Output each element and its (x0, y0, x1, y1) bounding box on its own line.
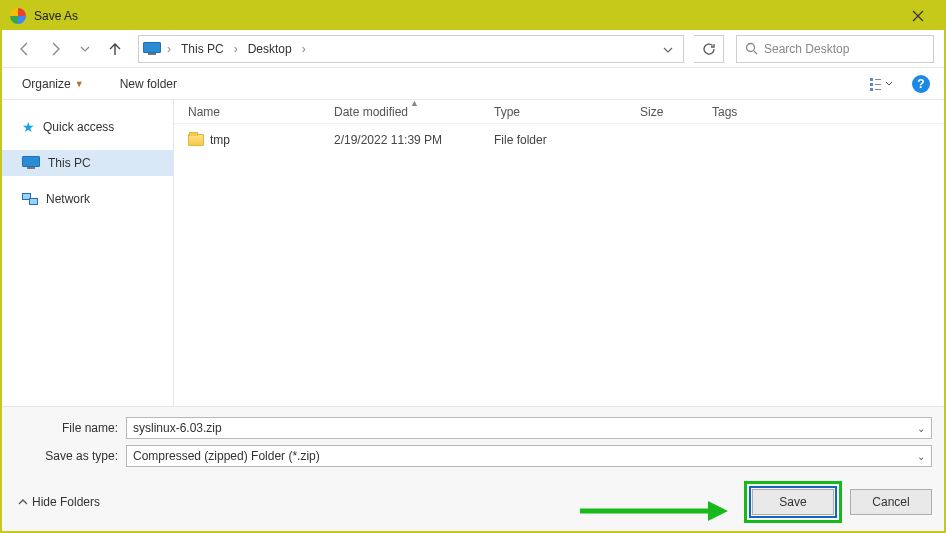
filename-input[interactable]: syslinux-6.03.zip ⌄ (126, 417, 932, 439)
chevron-down-icon (80, 46, 90, 52)
saveas-type-label: Save as type: (14, 449, 126, 463)
cancel-button[interactable]: Cancel (850, 489, 932, 515)
file-row[interactable]: tmp 2/19/2022 11:39 PM File folder (174, 128, 944, 152)
chevron-down-icon[interactable]: ⌄ (917, 451, 925, 462)
address-bar[interactable]: › This PC › Desktop › (138, 35, 684, 63)
organize-button[interactable]: Organize ▼ (16, 73, 90, 95)
sidebar: ★ Quick access This PC Network (2, 100, 174, 406)
refresh-button[interactable] (694, 35, 724, 63)
refresh-icon (702, 42, 716, 56)
view-options-button[interactable] (864, 73, 898, 95)
caret-down-icon: ▼ (75, 79, 84, 89)
folder-icon (188, 134, 204, 146)
sidebar-item-network[interactable]: Network (2, 186, 173, 212)
column-headers: ▲ Name Date modified Type Size Tags (174, 100, 944, 124)
arrow-left-icon (17, 41, 33, 57)
cancel-label: Cancel (872, 495, 909, 509)
annotation-highlight: Save (744, 481, 842, 523)
breadcrumb-root[interactable]: This PC (177, 40, 228, 58)
nav-bar: › This PC › Desktop › Search Desktop (2, 30, 944, 68)
arrow-right-icon (47, 41, 63, 57)
breadcrumb-separator: › (300, 42, 308, 56)
sort-indicator-icon: ▲ (410, 98, 419, 108)
star-icon: ★ (22, 119, 35, 135)
toolbar: Organize ▼ New folder ? (2, 68, 944, 100)
file-date: 2/19/2022 11:39 PM (334, 133, 494, 147)
chevron-up-icon (18, 497, 28, 507)
close-icon (912, 10, 924, 22)
file-list: ▲ Name Date modified Type Size Tags tmp … (174, 100, 944, 406)
new-folder-button[interactable]: New folder (114, 73, 183, 95)
up-button[interactable] (102, 36, 128, 62)
recent-button[interactable] (72, 36, 98, 62)
svg-rect-6 (875, 89, 881, 90)
help-button[interactable]: ? (912, 75, 930, 93)
chevron-down-icon (663, 47, 673, 53)
this-pc-icon (143, 42, 161, 56)
save-label: Save (779, 495, 806, 509)
column-type[interactable]: Type (494, 105, 640, 119)
sidebar-item-label: Network (46, 192, 90, 206)
breadcrumb-separator: › (232, 42, 240, 56)
search-placeholder: Search Desktop (764, 42, 849, 56)
hide-folders-toggle[interactable]: Hide Folders (14, 493, 104, 511)
chrome-icon (10, 8, 26, 24)
this-pc-icon (22, 156, 40, 170)
save-button[interactable]: Save (752, 489, 834, 515)
svg-rect-5 (870, 88, 873, 91)
search-input[interactable]: Search Desktop (736, 35, 934, 63)
sidebar-item-this-pc[interactable]: This PC (2, 150, 173, 176)
saveas-type-value: Compressed (zipped) Folder (*.zip) (133, 449, 320, 463)
network-icon (22, 193, 38, 205)
bottom-panel: File name: syslinux-6.03.zip ⌄ Save as t… (2, 406, 944, 531)
column-name[interactable]: Name (188, 105, 334, 119)
column-tags[interactable]: Tags (712, 105, 792, 119)
window-title: Save As (34, 9, 896, 23)
forward-button[interactable] (42, 36, 68, 62)
close-button[interactable] (896, 2, 940, 30)
back-button[interactable] (12, 36, 38, 62)
filename-label: File name: (14, 421, 126, 435)
title-bar: Save As (2, 2, 944, 30)
column-size[interactable]: Size (640, 105, 712, 119)
arrow-up-icon (107, 41, 123, 57)
filename-value: syslinux-6.03.zip (133, 421, 222, 435)
svg-rect-4 (875, 84, 881, 85)
file-name: tmp (210, 133, 230, 147)
search-icon (745, 42, 758, 55)
breadcrumb-separator: › (165, 42, 173, 56)
address-dropdown[interactable] (657, 42, 679, 56)
svg-rect-3 (870, 83, 873, 86)
saveas-type-select[interactable]: Compressed (zipped) Folder (*.zip) ⌄ (126, 445, 932, 467)
organize-label: Organize (22, 77, 71, 91)
file-type: File folder (494, 133, 640, 147)
breadcrumb-folder[interactable]: Desktop (244, 40, 296, 58)
chevron-down-icon[interactable]: ⌄ (917, 423, 925, 434)
hide-folders-label: Hide Folders (32, 495, 100, 509)
new-folder-label: New folder (120, 77, 177, 91)
view-icon (870, 77, 892, 91)
sidebar-item-label: This PC (48, 156, 91, 170)
sidebar-item-label: Quick access (43, 120, 114, 134)
svg-rect-2 (875, 79, 881, 80)
svg-point-0 (747, 44, 755, 52)
svg-rect-1 (870, 78, 873, 81)
sidebar-item-quick-access[interactable]: ★ Quick access (2, 114, 173, 140)
